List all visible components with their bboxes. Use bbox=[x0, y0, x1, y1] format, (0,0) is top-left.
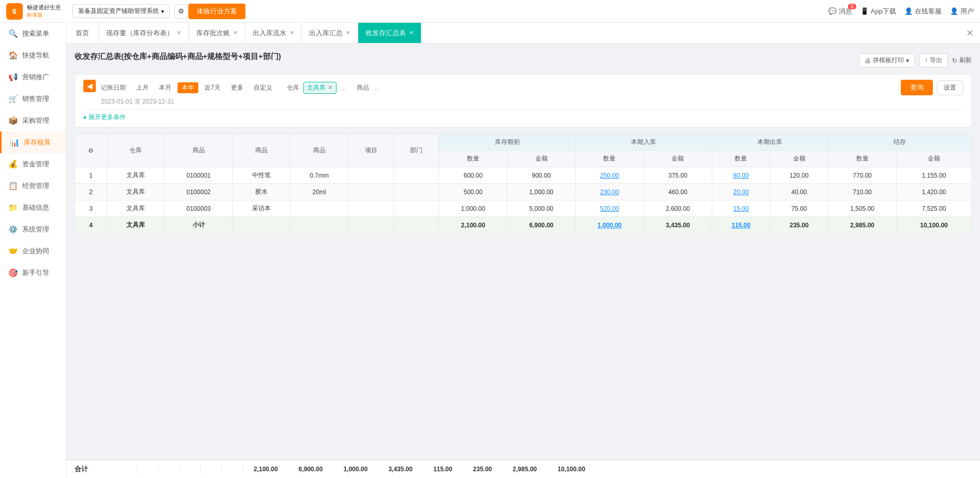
collapse-button[interactable]: ◀ bbox=[83, 80, 96, 92]
settings-button[interactable]: ⚙ bbox=[174, 4, 188, 19]
subtotal-in-qty[interactable]: 1,000.00 bbox=[576, 217, 644, 234]
date-btn-more[interactable]: 更多 bbox=[227, 82, 247, 93]
experience-button[interactable]: 体验行业方案 bbox=[188, 4, 245, 19]
refresh-icon: ↻ bbox=[952, 57, 957, 64]
row1-project bbox=[348, 167, 394, 184]
tab-stock-dist-close[interactable]: ✕ bbox=[177, 30, 181, 36]
tab-summary-close[interactable]: ✕ bbox=[346, 30, 350, 36]
system-selector[interactable]: 装备及固定资产辅助管理系统 ▾ bbox=[72, 4, 170, 18]
col-project: 项目 bbox=[348, 134, 394, 167]
row2-name: 胶水 bbox=[233, 184, 290, 200]
sidebar-item-search[interactable]: 🔍 搜索菜单 bbox=[0, 23, 66, 45]
row1-in-qty[interactable]: 250.00 bbox=[576, 167, 644, 184]
home-icon: 🏠 bbox=[8, 51, 18, 60]
date-btn-this-month[interactable]: 本月 bbox=[155, 82, 175, 93]
print-button[interactable]: 🖨 拼模板打印 ▾ bbox=[859, 53, 915, 67]
sidebar-item-operation[interactable]: 📋 经营管理 bbox=[0, 175, 66, 197]
col-inbound-qty: 数量 bbox=[576, 151, 644, 167]
subtotal-row: 4 文具库 小计 2,100.00 6,900.00 1,000.00 3,43… bbox=[75, 217, 972, 234]
col-product-code: 商品 bbox=[165, 134, 233, 167]
tab-stock-distribution[interactable]: 现存量（库存分布表） ✕ bbox=[99, 23, 189, 44]
row2-open-qty: 500.00 bbox=[439, 184, 507, 200]
sidebar-item-marketing[interactable]: 📢 营销推广 bbox=[0, 66, 66, 88]
row2-dept bbox=[393, 184, 439, 200]
warehouse-remove[interactable]: ✕ bbox=[328, 84, 333, 91]
sidebar-item-sales[interactable]: 🛒 销售管理 bbox=[0, 88, 66, 110]
sidebar-sales-label: 销售管理 bbox=[22, 94, 49, 104]
print-chevron: ▾ bbox=[906, 57, 909, 64]
col-warehouse: 仓库 bbox=[107, 134, 165, 167]
row3-in-qty[interactable]: 520.00 bbox=[576, 200, 644, 217]
expand-filter-btn[interactable]: ▾ 展开更多条件 bbox=[83, 109, 963, 122]
user-item[interactable]: 👤 用户 bbox=[950, 7, 974, 16]
row1-code: 0100001 bbox=[165, 167, 233, 184]
print-icon: 🖨 bbox=[865, 57, 871, 64]
sidebar-item-inventory[interactable]: 📊 库存核算 bbox=[0, 132, 66, 153]
row1-out-amt: 120.00 bbox=[770, 167, 828, 184]
basic-icon: 📁 bbox=[8, 203, 18, 212]
sidebar-item-collab[interactable]: 🤝 企业协同 bbox=[0, 240, 66, 262]
subtotal-index: 4 bbox=[75, 217, 107, 234]
total-label: 合计 bbox=[75, 465, 116, 474]
row1-dept bbox=[393, 167, 439, 184]
tab-receive-summary[interactable]: 收发存汇总表 ✕ bbox=[358, 23, 421, 44]
sidebar-item-system[interactable]: ⚙️ 系统管理 bbox=[0, 219, 66, 240]
tab-receive-label: 收发存汇总表 bbox=[365, 28, 406, 38]
export-button[interactable]: ↑ 导出 bbox=[919, 53, 948, 67]
tab-inout-flow[interactable]: 出入库流水 ✕ bbox=[245, 23, 302, 44]
tab-flow-close[interactable]: ✕ bbox=[289, 30, 294, 36]
row3-out-qty[interactable]: 15.00 bbox=[712, 200, 770, 217]
search-icon: 🔍 bbox=[8, 29, 18, 38]
row3-warehouse: 文具库 bbox=[107, 200, 165, 217]
date-shortcuts: 上月 本月 本年 近7天 更多 自定义 bbox=[132, 82, 276, 93]
sidebar-item-quick-nav[interactable]: 🏠 快捷导航 bbox=[0, 45, 66, 66]
query-button[interactable]: 查询 bbox=[901, 80, 933, 95]
row2-out-qty[interactable]: 20.00 bbox=[712, 184, 770, 200]
col-opening-header: 库存期初 bbox=[439, 134, 576, 151]
row1-bal-amt: 1,155.00 bbox=[897, 167, 972, 184]
sidebar-item-guide[interactable]: 🎯 新手引导 bbox=[0, 262, 66, 284]
tab-home[interactable]: 首页 bbox=[66, 23, 99, 44]
subtotal-out-qty[interactable]: 115.00 bbox=[712, 217, 770, 234]
subtotal-bal-amt: 10,100.00 bbox=[897, 217, 972, 234]
row1-out-qty[interactable]: 80.00 bbox=[712, 167, 770, 184]
col-balance-header: 结存 bbox=[828, 134, 972, 151]
row3-in-amt: 2,600.00 bbox=[643, 200, 712, 217]
sidebar-item-purchase[interactable]: 📦 采购管理 bbox=[0, 110, 66, 132]
total-open-amt: 6,900.00 bbox=[288, 466, 333, 473]
sidebar-item-finance[interactable]: 💰 资金管理 bbox=[0, 153, 66, 175]
date-btn-last-month[interactable]: 上月 bbox=[132, 82, 153, 93]
col-settings[interactable]: ⚙ bbox=[75, 134, 107, 167]
warehouse-value: 文具库 bbox=[307, 83, 326, 92]
warehouse-more[interactable]: ... bbox=[341, 84, 346, 92]
tab-batch-close[interactable]: ✕ bbox=[233, 30, 238, 36]
sidebar-purchase-label: 采购管理 bbox=[22, 116, 49, 125]
date-label: 记账日期 bbox=[101, 83, 126, 92]
online-service-label: 在线客服 bbox=[915, 7, 942, 16]
row2-in-qty[interactable]: 230.00 bbox=[576, 184, 644, 200]
row3-out-amt: 75.00 bbox=[770, 200, 828, 217]
collab-icon: 🤝 bbox=[8, 247, 18, 256]
app-download-item[interactable]: 📱 App下载 bbox=[860, 7, 896, 16]
date-btn-custom[interactable]: 自定义 bbox=[250, 82, 276, 93]
tab-batch-account[interactable]: 库存批次账 ✕ bbox=[189, 23, 245, 44]
message-item[interactable]: 💬 消息 6 bbox=[828, 7, 852, 16]
row2-out-amt: 40.00 bbox=[770, 184, 828, 200]
tab-receive-close[interactable]: ✕ bbox=[409, 30, 414, 36]
online-service-item[interactable]: 👤 在线客服 bbox=[904, 7, 942, 16]
subtotal-open-amt: 6,900.00 bbox=[507, 217, 576, 234]
product-more[interactable]: ... bbox=[373, 84, 379, 92]
date-btn-7days[interactable]: 近7天 bbox=[200, 82, 225, 93]
row2-bal-qty: 710.00 bbox=[828, 184, 897, 200]
sidebar-item-basic[interactable]: 📁 基础信息 bbox=[0, 197, 66, 219]
tab-batch-label: 库存批次账 bbox=[196, 28, 230, 38]
row1-name: 中性笔 bbox=[233, 167, 290, 184]
table-row: 1 文具库 0100001 中性笔 0.7mm 600.00 900.00 25… bbox=[75, 167, 972, 184]
refresh-button[interactable]: ↻ 刷新 bbox=[952, 56, 972, 65]
tab-inout-summary[interactable]: 出入库汇总 ✕ bbox=[302, 23, 358, 44]
row3-spec bbox=[290, 200, 348, 217]
settings-link[interactable]: 设置 bbox=[937, 80, 963, 95]
date-btn-this-year[interactable]: 本年 bbox=[178, 82, 198, 93]
tab-close-all[interactable]: ✕ bbox=[960, 27, 980, 39]
selector-chevron: ▾ bbox=[161, 8, 164, 15]
